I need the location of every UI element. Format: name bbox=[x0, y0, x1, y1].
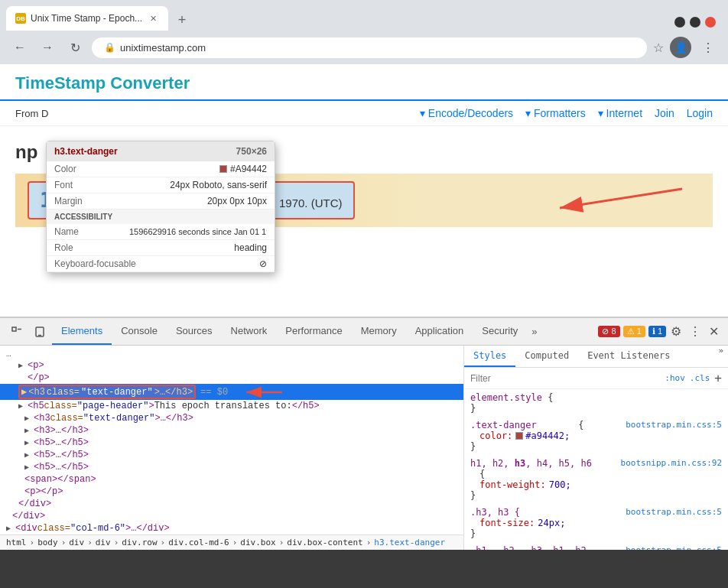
filter-cls-button[interactable]: .cls bbox=[690, 373, 710, 383]
dom-line[interactable]: ▶ <h3 class="text-danger" >…</h3> bbox=[0, 412, 463, 424]
dom-line[interactable]: ▶ <h5>…</h5> bbox=[0, 437, 463, 449]
dom-line[interactable]: </div> bbox=[0, 498, 463, 510]
dom-line[interactable]: ▶ <h5 class="page-header" >This epoch tr… bbox=[0, 400, 463, 412]
browser-menu-button[interactable]: ⋮ bbox=[697, 37, 719, 58]
dom-line[interactable]: ▶ <h5>…</h5> bbox=[0, 449, 463, 461]
nav-internet[interactable]: ▾ Internet bbox=[598, 107, 642, 119]
nav-forward-button[interactable]: → bbox=[37, 37, 58, 58]
page-content: TimeStamp Converter From D ▾ Encode/Deco… bbox=[0, 64, 728, 317]
devtools-more-button[interactable]: ⋮ bbox=[686, 324, 704, 339]
filter-hov-button[interactable]: :hov bbox=[665, 373, 685, 383]
styles-filter-input[interactable] bbox=[470, 373, 660, 384]
profile-button[interactable]: 👤 bbox=[670, 37, 691, 58]
breadcrumb-div1[interactable]: div bbox=[69, 538, 84, 547]
address-text: unixtimestamp.com bbox=[120, 42, 206, 54]
devtools-tab-performance[interactable]: Performance bbox=[276, 318, 351, 345]
window-minimize-button[interactable] bbox=[674, 17, 685, 28]
tooltip-margin-val: 20px 0px 10px bbox=[207, 196, 267, 206]
devtools-error-badge: ⊘ 8 bbox=[598, 326, 619, 337]
style-rule-source[interactable]: bootstrap.min.css:5 bbox=[626, 420, 722, 430]
breadcrumb-body[interactable]: body bbox=[37, 538, 58, 547]
styles-tab-styles[interactable]: Styles bbox=[464, 346, 515, 367]
devtools-tab-security[interactable]: Security bbox=[473, 318, 527, 345]
tooltip-margin-key: Margin bbox=[54, 196, 83, 206]
dom-line[interactable]: ▶ <p> bbox=[0, 359, 463, 372]
breadcrumb-div-boxcontent[interactable]: div.box-content bbox=[287, 538, 362, 547]
svg-rect-2 bbox=[12, 327, 16, 331]
color-swatch bbox=[219, 165, 227, 173]
devtools-warning-badge: ⚠ 1 bbox=[623, 326, 645, 337]
devtools-tab-elements[interactable]: Elements bbox=[52, 318, 112, 345]
styles-tab-more[interactable]: » bbox=[718, 346, 728, 367]
dom-line[interactable]: </p> bbox=[0, 372, 463, 384]
nav-encode-decoders[interactable]: ▾ Encode/Decoders bbox=[420, 107, 513, 119]
tooltip-role-val: heading bbox=[234, 242, 267, 253]
window-maximize-button[interactable] bbox=[690, 17, 700, 28]
style-rule-selector: .h1, .h2, .h3, h1, h2, bbox=[470, 545, 592, 550]
from-d-label: From D bbox=[15, 108, 48, 119]
tab-title: Unix Time Stamp - Epoch... bbox=[31, 13, 142, 24]
devtools-tab-application[interactable]: Application bbox=[406, 318, 473, 345]
dom-line[interactable]: ▶ <h5>…</h5> bbox=[0, 461, 463, 473]
style-rule-h123: .h1, .h2, .h3, h1, h2, bootstrap.min.css… bbox=[470, 545, 722, 550]
style-rule-selector: element.style bbox=[470, 392, 548, 403]
breadcrumb-div-colmd6[interactable]: div.col-md-6 bbox=[168, 538, 229, 547]
tab-favicon: DB bbox=[15, 13, 26, 24]
bookmark-button[interactable]: ☆ bbox=[653, 41, 664, 55]
styles-tab-bar: Styles Computed Event Listeners » bbox=[464, 346, 728, 368]
new-tab-button[interactable]: + bbox=[171, 9, 193, 31]
style-rule-selector: .text-danger bbox=[470, 420, 537, 430]
prop-value-fontsize: 24px; bbox=[538, 518, 565, 528]
page-nav: From D ▾ Encode/Decoders ▾ Formatters ▾ … bbox=[0, 101, 728, 126]
devtools-tab-sources[interactable]: Sources bbox=[167, 318, 222, 345]
styles-tab-computed[interactable]: Computed bbox=[515, 346, 578, 367]
style-rule-source[interactable]: bootstrap.min.css:5 bbox=[626, 507, 722, 518]
breadcrumb-div2[interactable]: div bbox=[96, 538, 111, 547]
dom-line[interactable]: ▶ <div class="col-md-6" >…</div> bbox=[0, 522, 463, 534]
devtools-tab-network[interactable]: Network bbox=[222, 318, 277, 345]
filter-add-button[interactable]: + bbox=[714, 371, 722, 385]
devtools-tab-overflow[interactable]: » bbox=[527, 318, 541, 345]
browser-tab[interactable]: DB Unix Time Stamp - Epoch... ✕ bbox=[6, 6, 168, 31]
dom-line[interactable]: … bbox=[0, 349, 463, 359]
tooltip-row-keyboard: Keyboard-focusable ⊘ bbox=[47, 256, 275, 272]
window-close-button[interactable] bbox=[705, 17, 716, 28]
dom-line[interactable]: <span></span> bbox=[0, 473, 463, 486]
tooltip-row-role: Role heading bbox=[47, 240, 275, 256]
style-rule-source[interactable]: bootstrap.min.css:5 bbox=[626, 545, 722, 550]
nav-back-button[interactable]: ← bbox=[9, 37, 31, 58]
browser-chrome: DB Unix Time Stamp - Epoch... ✕ + ← → ↻ … bbox=[0, 0, 728, 64]
tooltip-role-key: Role bbox=[54, 242, 73, 253]
tab-close-button[interactable]: ✕ bbox=[147, 12, 159, 24]
tooltip-row-font: Font 24px Roboto, sans-serif bbox=[47, 177, 275, 193]
devtools-inspector-icon[interactable] bbox=[6, 321, 28, 343]
dom-line[interactable]: <p></p> bbox=[0, 486, 463, 498]
devtools-tab-memory[interactable]: Memory bbox=[352, 318, 406, 345]
dom-line-selected[interactable]: ▶ <h3 class="text-danger">…</h3> == $0 bbox=[0, 384, 463, 400]
breadcrumb-h3-textdanger[interactable]: h3.text-danger bbox=[374, 538, 445, 547]
devtools-settings-button[interactable]: ⚙ bbox=[668, 324, 684, 339]
devtools-tab-console[interactable]: Console bbox=[112, 318, 167, 345]
breadcrumb-html[interactable]: html bbox=[6, 538, 27, 547]
nav-join[interactable]: Join bbox=[655, 107, 674, 119]
dom-line[interactable]: </div> bbox=[0, 510, 463, 522]
dom-line[interactable]: ▶ <h3>…</h3> bbox=[0, 424, 463, 437]
style-rule-selector: .h3, h3 { bbox=[470, 507, 520, 518]
devtools-panel: Elements Console Sources Network Perform… bbox=[0, 317, 728, 550]
breadcrumb-div-box[interactable]: div.box bbox=[240, 538, 275, 547]
nav-items: ▾ Encode/Decoders ▾ Formatters ▾ Interne… bbox=[420, 107, 713, 119]
breadcrumb-div-row[interactable]: div.row bbox=[122, 538, 157, 547]
style-rule-source[interactable]: bootsnipp.min.css:92 bbox=[621, 458, 722, 469]
nav-login[interactable]: Login bbox=[687, 107, 713, 119]
prop-name-fontweight: font-weight: bbox=[479, 479, 546, 490]
devtools-device-icon[interactable] bbox=[29, 321, 50, 343]
address-input[interactable]: 🔒 unixtimestamp.com bbox=[92, 37, 647, 58]
devtools-close-button[interactable]: ✕ bbox=[706, 324, 722, 339]
style-rule-headings: h1, h2, h3, h4, h5, h6 bootsnipp.min.css… bbox=[470, 458, 722, 501]
nav-refresh-button[interactable]: ↻ bbox=[64, 37, 86, 58]
svg-line-1 bbox=[560, 189, 682, 208]
color-swatch-icon[interactable] bbox=[515, 432, 523, 440]
styles-tab-event-listeners[interactable]: Event Listeners bbox=[578, 346, 679, 367]
nav-formatters[interactable]: ▾ Formatters bbox=[525, 107, 586, 119]
tooltip-font-key: Font bbox=[54, 180, 73, 190]
